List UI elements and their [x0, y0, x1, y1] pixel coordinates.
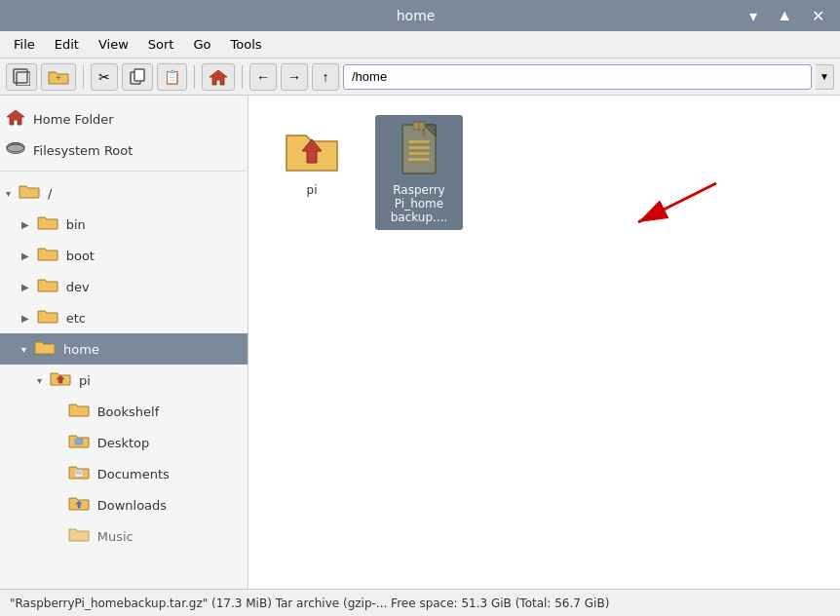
- filesystem-icon: [6, 139, 25, 161]
- sidebar-item-dev[interactable]: ▶ dev: [0, 271, 248, 302]
- cut-button[interactable]: ✂: [91, 63, 118, 91]
- sidebar-item-bin[interactable]: ▶ bin: [0, 209, 248, 240]
- window-title: home: [88, 8, 744, 23]
- file-grid: pi: [268, 115, 821, 230]
- svg-rect-22: [408, 152, 430, 155]
- title-bar: home ▾ ▲ ✕: [0, 0, 840, 31]
- svg-marker-6: [7, 110, 24, 125]
- svg-rect-12: [75, 470, 83, 477]
- home-folder-icon-pi: [50, 369, 71, 391]
- folder-icon-boot: [37, 245, 58, 266]
- folder-icon-documents: [68, 463, 90, 484]
- file-area[interactable]: pi: [248, 96, 840, 589]
- sidebar-item-root[interactable]: ▾ /: [0, 177, 248, 209]
- menu-bar: File Edit View Sort Go Tools: [0, 31, 840, 58]
- backup-archive-icon: [390, 121, 448, 179]
- separator-3: [242, 65, 243, 89]
- sidebar-label-etc: etc: [66, 311, 86, 326]
- sidebar-label-documents: Documents: [97, 467, 170, 481]
- menu-go[interactable]: Go: [185, 34, 218, 55]
- status-bar: "RaspberryPi_homebackup.tar.gz" (17.3 Mi…: [0, 589, 840, 616]
- file-item-backup[interactable]: Rasperry Pi_home backup....: [375, 115, 463, 230]
- expand-icon-bin: ▶: [21, 219, 29, 230]
- folder-icon-dev: [37, 276, 58, 297]
- address-dropdown-button[interactable]: ▼: [816, 64, 834, 90]
- main-content: Home Folder Filesystem Root ▾ / ▶: [0, 96, 840, 589]
- svg-rect-4: [134, 69, 144, 81]
- toolbar: + ✂ 📋 ← → ↑ ▼: [0, 58, 840, 96]
- sidebar-item-music[interactable]: ▶ Music: [0, 520, 248, 552]
- copy-button[interactable]: [122, 63, 153, 91]
- sidebar-label-downloads: Downloads: [97, 498, 167, 513]
- sidebar-label-dev: dev: [66, 280, 90, 294]
- separator-2: [194, 65, 195, 89]
- sidebar-item-bookshelf[interactable]: ▶ Bookshelf: [0, 396, 248, 427]
- folder-icon-root: [19, 182, 40, 204]
- paste-button[interactable]: 📋: [157, 63, 187, 91]
- status-text: "RaspberryPi_homebackup.tar.gz" (17.3 Mi…: [10, 597, 609, 610]
- file-item-pi[interactable]: pi: [268, 115, 356, 203]
- expand-icon-pi: ▾: [37, 375, 42, 386]
- expand-icon-dev: ▶: [21, 282, 29, 292]
- expand-icon-boot: ▶: [21, 250, 29, 261]
- sidebar: Home Folder Filesystem Root ▾ / ▶: [0, 96, 248, 589]
- sidebar-label-home: home: [63, 342, 99, 357]
- new-window-button[interactable]: [6, 63, 37, 91]
- folder-icon-bin: [37, 213, 58, 235]
- close-button[interactable]: ✕: [806, 5, 830, 27]
- svg-point-8: [7, 144, 24, 153]
- minimize-button[interactable]: ▾: [744, 5, 763, 27]
- expand-icon-home: ▾: [21, 344, 26, 355]
- sidebar-label-music: Music: [97, 529, 134, 544]
- window-controls[interactable]: ▾ ▲ ✕: [744, 5, 830, 27]
- new-folder-button[interactable]: +: [41, 63, 76, 91]
- pi-folder-icon: [283, 121, 341, 179]
- sidebar-item-home-folder[interactable]: Home Folder: [0, 103, 248, 135]
- expand-icon-root: ▾: [6, 188, 11, 199]
- sidebar-label-boot: boot: [66, 249, 95, 263]
- sidebar-label-bookshelf: Bookshelf: [97, 404, 160, 419]
- back-button[interactable]: ←: [249, 63, 277, 91]
- folder-icon-home: [34, 338, 56, 360]
- sidebar-label-desktop: Desktop: [97, 436, 150, 450]
- sidebar-item-downloads[interactable]: ▶ Downloads: [0, 489, 248, 520]
- sidebar-item-etc[interactable]: ▶ etc: [0, 302, 248, 333]
- expand-icon-etc: ▶: [21, 313, 29, 324]
- sidebar-label-bin: bin: [66, 217, 86, 232]
- up-button[interactable]: ↑: [312, 63, 339, 91]
- folder-icon-desktop: [68, 432, 90, 453]
- sidebar-item-filesystem-root[interactable]: Filesystem Root: [0, 135, 248, 166]
- separator-1: [83, 65, 84, 89]
- menu-file[interactable]: File: [6, 34, 43, 55]
- folder-icon-etc: [37, 307, 58, 328]
- folder-icon-bookshelf: [68, 401, 90, 422]
- sidebar-item-desktop[interactable]: ▶ Desktop: [0, 427, 248, 458]
- sidebar-item-boot[interactable]: ▶ boot: [0, 240, 248, 271]
- sidebar-item-pi[interactable]: ▾ pi: [0, 365, 248, 396]
- forward-button[interactable]: →: [281, 63, 308, 91]
- home-folder-icon: [6, 108, 25, 130]
- menu-edit[interactable]: Edit: [47, 34, 87, 55]
- menu-view[interactable]: View: [91, 34, 136, 55]
- menu-sort[interactable]: Sort: [140, 34, 182, 55]
- svg-rect-1: [17, 72, 30, 86]
- svg-text:+: +: [56, 73, 60, 83]
- sidebar-label-root: /: [48, 186, 52, 201]
- sidebar-item-home[interactable]: ▾ home: [0, 333, 248, 365]
- home-button[interactable]: [202, 63, 235, 91]
- maximize-button[interactable]: ▲: [771, 5, 798, 27]
- folder-icon-downloads: [68, 494, 90, 516]
- pi-folder-label: pi: [307, 183, 318, 197]
- address-bar[interactable]: [343, 64, 812, 90]
- svg-rect-0: [14, 69, 27, 83]
- svg-marker-5: [210, 70, 227, 85]
- sidebar-label-filesystem-root: Filesystem Root: [33, 143, 133, 158]
- svg-rect-20: [408, 140, 430, 143]
- svg-rect-11: [75, 439, 83, 444]
- backup-archive-label: Rasperry Pi_home backup....: [379, 183, 459, 224]
- sidebar-label-pi: pi: [79, 373, 91, 388]
- folder-icon-music: [68, 525, 90, 547]
- sidebar-label-home-folder: Home Folder: [33, 112, 114, 127]
- sidebar-item-documents[interactable]: ▶ Documents: [0, 458, 248, 489]
- menu-tools[interactable]: Tools: [223, 34, 270, 55]
